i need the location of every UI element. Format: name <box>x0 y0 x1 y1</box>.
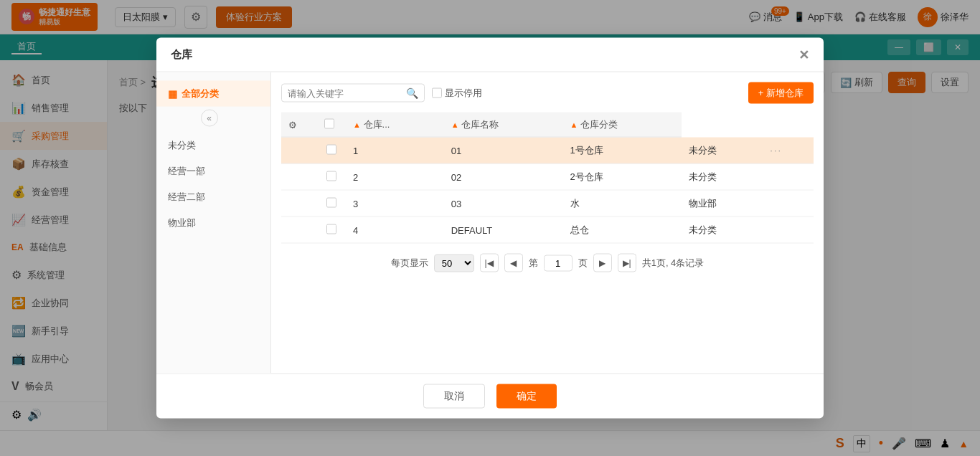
modal-sidebar-ops1-label: 经营一部 <box>168 165 205 178</box>
row-category: 未分类 <box>682 137 763 163</box>
show-disabled-checkbox[interactable] <box>432 88 442 98</box>
row-category: 未分类 <box>682 217 763 243</box>
modal-header: 仓库 ✕ <box>156 38 824 72</box>
table-row[interactable]: 2 02 2号仓库 未分类 <box>281 163 814 190</box>
page-input[interactable] <box>544 255 573 271</box>
modal-close-button[interactable]: ✕ <box>798 48 809 61</box>
modal-sidebar-property-label: 物业部 <box>168 217 196 229</box>
row-gear <box>281 163 317 190</box>
row-no: 1 <box>346 137 444 163</box>
table-row[interactable]: 1 01 1号仓库 未分类 ··· <box>281 137 814 163</box>
row-checkbox[interactable] <box>326 144 336 154</box>
sort-icon-cat: ▲ <box>570 120 578 129</box>
modal-body: ▦ 全部分类 « 未分类 经营一部 经营二部 物业部 <box>156 72 824 374</box>
show-disabled-area[interactable]: 显示停用 <box>432 87 482 100</box>
row-check[interactable] <box>317 190 346 217</box>
row-name: 2号仓库 <box>563 163 682 190</box>
row-no: 4 <box>346 217 444 243</box>
table-row[interactable]: 3 03 水 物业部 <box>281 190 814 217</box>
warehouse-table: ⚙ ▲ 仓库... ▲ 仓库名称 <box>281 113 814 244</box>
row-check[interactable] <box>317 163 346 190</box>
warehouse-modal: 仓库 ✕ ▦ 全部分类 « 未分类 经营一部 经营二部 物业部 <box>156 38 824 419</box>
modal-sidebar-all[interactable]: ▦ 全部分类 <box>156 81 270 107</box>
modal-sidebar: ▦ 全部分类 « 未分类 经营一部 经营二部 物业部 <box>156 72 271 374</box>
modal-toolbar: 🔍 显示停用 + 新增仓库 <box>281 82 814 104</box>
last-page-button[interactable]: ▶| <box>618 254 636 272</box>
row-check[interactable] <box>317 137 346 163</box>
page-label: 第 <box>529 257 538 270</box>
gear-icon: ⚙ <box>288 119 297 130</box>
add-warehouse-button[interactable]: + 新增仓库 <box>748 82 814 104</box>
row-category: 物业部 <box>682 190 763 217</box>
th-code: ▲ 仓库... <box>346 113 444 138</box>
per-page-select[interactable]: 50 100 <box>434 254 474 272</box>
row-code: 02 <box>444 163 563 190</box>
modal-footer: 取消 确定 <box>156 374 824 419</box>
sort-icon-name: ▲ <box>451 120 459 129</box>
row-checkbox[interactable] <box>326 171 336 181</box>
first-page-button[interactable]: |◀ <box>480 254 499 272</box>
row-name: 1号仓库 <box>563 137 682 163</box>
row-no: 3 <box>346 190 444 217</box>
page-unit: 页 <box>578 257 588 270</box>
row-check[interactable] <box>317 217 346 243</box>
prev-page-button[interactable]: ◀ <box>504 254 523 272</box>
row-code: 01 <box>444 137 563 163</box>
modal-sidebar-ops2[interactable]: 经营二部 <box>156 184 270 210</box>
th-name: ▲ 仓库名称 <box>444 113 563 138</box>
row-gear <box>281 137 317 163</box>
modal-sidebar-unclassified-label: 未分类 <box>168 139 196 152</box>
sort-icon: ▲ <box>353 120 361 129</box>
modal-sidebar-property[interactable]: 物业部 <box>156 210 270 236</box>
table-header-row: ⚙ ▲ 仓库... ▲ 仓库名称 <box>281 113 814 138</box>
row-code: DEFAULT <box>444 217 563 243</box>
show-disabled-label: 显示停用 <box>445 87 482 100</box>
collapse-button[interactable]: « <box>201 110 218 127</box>
row-more <box>763 163 814 190</box>
row-checkbox[interactable] <box>326 224 336 234</box>
cancel-button[interactable]: 取消 <box>423 384 485 409</box>
th-gear: ⚙ <box>281 113 317 138</box>
th-check <box>317 113 346 138</box>
modal-content: 🔍 显示停用 + 新增仓库 ⚙ <box>271 72 824 374</box>
search-input[interactable] <box>288 87 406 98</box>
more-icon: ··· <box>770 145 782 156</box>
row-more <box>763 217 814 243</box>
table-row[interactable]: 4 DEFAULT 总仓 未分类 <box>281 217 814 243</box>
row-category: 未分类 <box>682 163 763 190</box>
header-checkbox[interactable] <box>324 118 334 128</box>
table-body: 1 01 1号仓库 未分类 ··· 2 02 2号仓库 未分类 3 03 水 物… <box>281 137 814 243</box>
modal-sidebar-all-label: 全部分类 <box>182 87 219 100</box>
th-category: ▲ 仓库分类 <box>563 113 682 138</box>
modal-sidebar-unclassified[interactable]: 未分类 <box>156 133 270 158</box>
per-page-label: 每页显示 <box>391 257 428 270</box>
search-icon: 🔍 <box>406 87 418 99</box>
pagination: 每页显示 50 100 |◀ ◀ 第 页 ▶ ▶| 共1页, 4条记录 <box>281 244 814 282</box>
modal-sidebar-ops1[interactable]: 经营一部 <box>156 158 270 184</box>
modal-title: 仓库 <box>171 48 192 62</box>
search-box[interactable]: 🔍 <box>281 84 425 103</box>
modal-sidebar-ops2-label: 经营二部 <box>168 191 205 204</box>
next-page-button[interactable]: ▶ <box>593 254 612 272</box>
grid-icon: ▦ <box>168 88 177 100</box>
row-gear <box>281 190 317 217</box>
row-checkbox[interactable] <box>326 197 336 207</box>
total-label: 共1页, 4条记录 <box>642 257 705 270</box>
row-name: 总仓 <box>563 217 682 243</box>
row-no: 2 <box>346 163 444 190</box>
row-more[interactable]: ··· <box>763 137 814 163</box>
row-more <box>763 190 814 217</box>
confirm-button[interactable]: 确定 <box>496 384 557 409</box>
row-code: 03 <box>444 190 563 217</box>
row-name: 水 <box>563 190 682 217</box>
row-gear <box>281 217 317 243</box>
